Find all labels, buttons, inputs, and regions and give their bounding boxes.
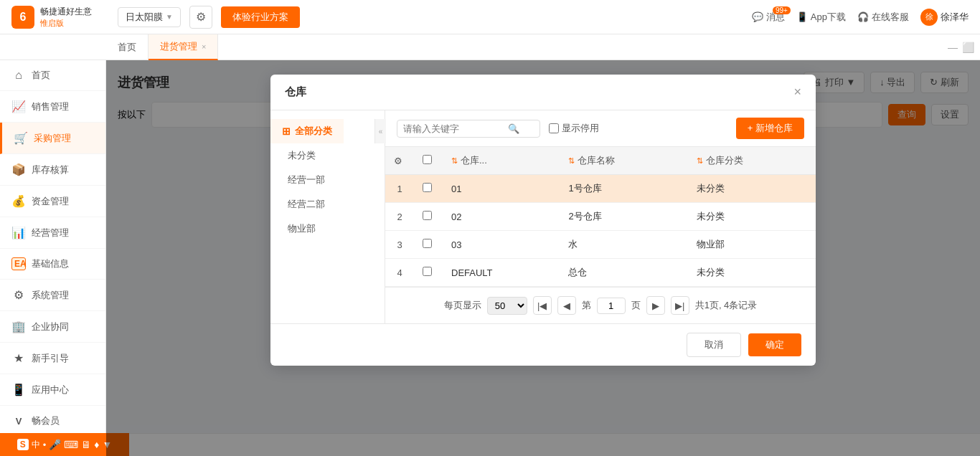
sidebar-item-business[interactable]: 📊 经营管理 [0,217,105,249]
category-item-dept1[interactable]: 经营一部 [270,168,385,192]
keyboard-icon[interactable]: ⌨ [64,439,78,450]
monitor-icon[interactable]: 🖥 [81,439,91,450]
table-panel: 🔍 显示停用 + 新增仓库 [385,110,816,323]
category-panel: ⊞ 全部分类 « 未分类 经营一部 经营二部 物业部 [270,110,385,323]
enterprise-icon: 🏢 [11,320,26,333]
total-info: 共1页, 4条记录 [695,299,758,312]
category-item-dept2[interactable]: 经营二部 [270,192,385,217]
row-num: 1 [385,175,414,203]
sidebar-item-system[interactable]: ⚙ 系统管理 [0,280,105,311]
warehouse-table: ⚙ ⇅仓库... [385,147,816,287]
row-name: 1号仓库 [560,175,687,203]
show-disabled-checkbox[interactable] [549,123,559,133]
sort-icon-cat: ⇅ [697,156,703,165]
modal-close-button[interactable]: × [793,85,801,100]
sidebar-item-sales[interactable]: 📈 销售管理 [0,91,105,123]
per-page-label: 每页显示 [444,299,481,312]
col-code: ⇅仓库... [443,147,560,175]
trial-button[interactable]: 体验行业方案 [221,6,300,28]
logo-area: 6 畅捷通好生意 惟启版 [11,6,118,29]
sidebar-item-basic-info[interactable]: EA 基础信息 [0,249,105,280]
tab-home[interactable]: 首页 [106,34,149,60]
s-logo: S [17,439,29,450]
row-code: 01 [443,175,560,203]
sort-icon-name: ⇅ [568,156,575,165]
show-disabled-group: 显示停用 [549,122,599,135]
tab-purchase[interactable]: 进货管理 × [149,34,218,60]
collapse-panel-button[interactable]: « [374,119,386,143]
phone-icon: 📱 [796,11,808,22]
row-name: 水 [560,231,687,259]
headset-icon: 🎧 [857,11,869,22]
row-num: 3 [385,231,414,259]
row-checkbox [414,203,443,231]
messages-button[interactable]: 💬 消息 99+ [752,11,785,24]
table-row[interactable]: 3 03 水 物业部 [385,231,816,259]
top-header: 6 畅捷通好生意 惟启版 日太阳膜 ▼ ⚙ 体验行业方案 💬 消息 99+ 📱 … [0,0,980,34]
home-icon: ⌂ [11,69,26,82]
table-row[interactable]: 1 01 1号仓库 未分类 [385,175,816,203]
chevron-down-icon: ▼ [166,13,173,21]
row-checkbox [414,259,443,287]
sidebar-item-purchase[interactable]: 🛒 采购管理 [0,123,105,154]
col-settings-icon[interactable]: ⚙ [394,156,402,166]
pagination: 每页显示 50 20 100 |◀ ◀ 第 页 ▶ [385,287,816,323]
apps-icon: 📱 [11,383,26,396]
company-select[interactable]: 日太阳膜 ▼ [118,7,181,27]
confirm-button[interactable]: 确定 [748,333,801,356]
table-toolbar: 🔍 显示停用 + 新增仓库 [385,110,816,147]
row-num: 4 [385,259,414,287]
prev-page-button[interactable]: ◀ [557,296,576,315]
row-category: 物业部 [688,231,816,259]
page-suffix: 页 [631,299,641,312]
search-input[interactable] [403,123,504,134]
category-all-item[interactable]: ⊞ 全部分类 [270,119,344,143]
system-icon: ⚙ [11,288,26,302]
last-page-button[interactable]: ▶| [671,296,689,315]
col-checkbox [414,147,443,175]
inventory-icon: 📦 [11,163,26,176]
sidebar-item-guide[interactable]: ★ 新手引导 [0,343,105,374]
header-right: 💬 消息 99+ 📱 App下载 🎧 在线客服 徐 徐泽华 [752,9,969,26]
next-page-button[interactable]: ▶ [646,296,665,315]
sidebar: ⌂ 首页 📈 销售管理 🛒 采购管理 📦 库存核算 💰 资金管理 📊 经营管理 … [0,60,106,456]
message-icon: 💬 [752,11,763,22]
modal-footer: 取消 确定 [270,323,816,366]
table-body: 1 01 1号仓库 未分类 2 02 [385,175,816,287]
app-download-button[interactable]: 📱 App下载 [796,11,846,24]
online-service-button[interactable]: 🎧 在线客服 [857,11,909,24]
logo-icon: 6 [11,6,34,29]
row-category: 未分类 [688,175,816,203]
sidebar-item-enterprise[interactable]: 🏢 企业协同 [0,311,105,343]
category-item-uncategorized[interactable]: 未分类 [270,143,385,168]
sidebar-item-finance[interactable]: 💰 资金管理 [0,186,105,217]
avatar-icon: 徐 [920,9,938,26]
table-row[interactable]: 2 02 2号仓库 未分类 [385,203,816,231]
diamond-icon: ♦ [94,439,99,450]
header-middle: 日太阳膜 ▼ ⚙ 体验行业方案 [118,6,752,29]
user-profile[interactable]: 徐 徐泽华 [920,9,969,26]
sidebar-item-member[interactable]: V 畅会员 [0,406,105,437]
select-all-checkbox[interactable] [423,155,432,164]
modal-overlay: 仓库 × ⊞ 全部分类 « [106,60,980,456]
tab-close-icon[interactable]: × [202,42,206,51]
sidebar-item-apps[interactable]: 📱 应用中心 [0,374,105,406]
per-page-select[interactable]: 50 20 100 [487,297,527,315]
row-name: 总仓 [560,259,687,287]
settings-button[interactable]: ⚙ [189,6,212,29]
search-icon[interactable]: 🔍 [508,123,519,134]
minimize-icon[interactable]: — [948,42,958,53]
sidebar-item-home[interactable]: ⌂ 首页 [0,60,105,91]
microphone-icon[interactable]: 🎤 [49,439,61,450]
table-row[interactable]: 4 DEFAULT 总仓 未分类 [385,259,816,287]
cancel-button[interactable]: 取消 [687,333,741,357]
current-page-input[interactable] [597,298,626,314]
first-page-button[interactable]: |◀ [533,296,552,315]
row-category: 未分类 [688,259,816,287]
category-item-property[interactable]: 物业部 [270,217,385,241]
purchase-icon: 🛒 [14,131,28,145]
collapse-icon: « [379,128,383,136]
add-warehouse-button[interactable]: + 新增仓库 [736,118,804,139]
maximize-icon[interactable]: ⬜ [962,42,974,53]
sidebar-item-inventory[interactable]: 📦 库存核算 [0,154,105,186]
